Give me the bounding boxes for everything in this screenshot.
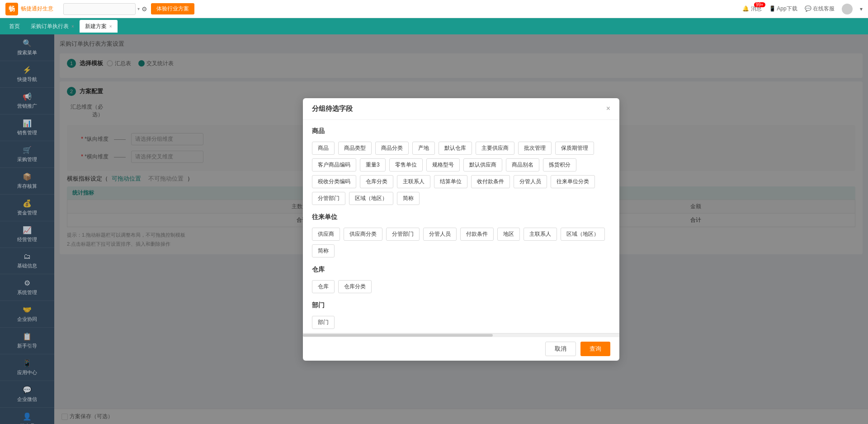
field-group-department: 部门 部门 bbox=[312, 301, 610, 329]
field-tag[interactable]: 地区 bbox=[497, 228, 520, 241]
field-tag[interactable]: 商品别名 bbox=[506, 158, 539, 172]
sidebar-item-guide-label: 新手引导 bbox=[17, 343, 37, 349]
field-tag[interactable]: 规格型号 bbox=[426, 158, 460, 172]
field-tag[interactable]: 产地 bbox=[412, 142, 435, 155]
field-tag[interactable]: 默认供应商 bbox=[463, 158, 502, 172]
field-tag[interactable]: 结算单位 bbox=[434, 175, 467, 188]
field-tag[interactable]: 保质期管理 bbox=[555, 142, 594, 155]
field-tag[interactable]: 区域（地区） bbox=[349, 192, 393, 205]
sidebar-item-system[interactable]: ⚙ 系统管理 bbox=[0, 274, 54, 301]
field-tag[interactable]: 零售单位 bbox=[389, 158, 423, 172]
field-group-partner-title: 往来单位 bbox=[312, 213, 610, 223]
app-label: App下载 bbox=[777, 5, 797, 12]
sidebar-item-inventory-label: 库存核算 bbox=[17, 183, 37, 190]
sidebar-item-sales[interactable]: 📊 销售管理 bbox=[0, 114, 54, 141]
field-tag[interactable]: 主要供应商 bbox=[476, 142, 514, 155]
sidebar-item-operation[interactable]: 📈 经营管理 bbox=[0, 221, 54, 248]
message-wrap[interactable]: 🔔 99+ 消息 bbox=[742, 5, 761, 13]
field-tag[interactable]: 默认仓库 bbox=[439, 142, 472, 155]
tab-purchase-label: 采购订单执行表 bbox=[31, 23, 69, 30]
field-group-warehouse: 仓库 仓库仓库分类 bbox=[312, 266, 610, 293]
modal: 分组待选字段 × 商品 商品商品类型商品分类产地默认仓库主要供应商批次管理保质期… bbox=[303, 98, 619, 361]
search-icon: 🔍 bbox=[23, 39, 32, 48]
department-tags: 部门 bbox=[312, 316, 610, 329]
confirm-button[interactable]: 查询 bbox=[580, 342, 610, 356]
modal-close-button[interactable]: × bbox=[606, 105, 610, 113]
field-tag[interactable]: 收付款条件 bbox=[471, 175, 510, 188]
sidebar: 🔍 搜索菜单 ⚡ 快捷导航 📢 营销推广 📊 销售管理 🛒 采购管理 📦 库存核… bbox=[0, 34, 54, 424]
field-tag[interactable]: 部门 bbox=[312, 316, 335, 329]
field-tag[interactable]: 仓库分类 bbox=[338, 280, 372, 293]
field-group-warehouse-title: 仓库 bbox=[312, 266, 610, 276]
field-tag[interactable]: 商品 bbox=[312, 142, 335, 155]
sidebar-item-guide[interactable]: 📋 新手引导 bbox=[0, 328, 54, 354]
field-tag[interactable]: 分管人员 bbox=[423, 228, 457, 241]
field-tag[interactable]: 主联系人 bbox=[524, 228, 557, 241]
guide-icon: 📋 bbox=[23, 332, 32, 341]
sidebar-item-search[interactable]: 🔍 搜索菜单 bbox=[0, 34, 54, 61]
field-tag[interactable]: 分管部门 bbox=[386, 228, 420, 241]
sidebar-item-marketing[interactable]: 📢 营销推广 bbox=[0, 88, 54, 114]
field-tag[interactable]: 供应商分类 bbox=[344, 228, 382, 241]
sidebar-item-finance[interactable]: 💰 资金管理 bbox=[0, 195, 54, 221]
tab-new-label: 新建方案 bbox=[85, 23, 107, 30]
trial-button[interactable]: 体验行业方案 bbox=[151, 3, 194, 14]
app-download[interactable]: 📱 App下载 bbox=[769, 5, 797, 13]
field-tag[interactable]: 简称 bbox=[397, 192, 420, 205]
sidebar-item-collab[interactable]: 🤝 企业协同 bbox=[0, 301, 54, 328]
field-tag[interactable]: 往来单位分类 bbox=[551, 175, 595, 188]
sidebar-item-base[interactable]: 🗂 基础信息 bbox=[0, 248, 54, 274]
sidebar-item-quick[interactable]: ⚡ 快捷导航 bbox=[0, 61, 54, 88]
service-label: 在线客服 bbox=[813, 5, 835, 12]
tab-new-close[interactable]: × bbox=[109, 24, 112, 29]
tab-purchase-close[interactable]: × bbox=[71, 24, 74, 29]
field-tag[interactable]: 简称 bbox=[312, 244, 335, 257]
field-tag[interactable]: 主联系人 bbox=[397, 175, 430, 188]
sales-icon: 📊 bbox=[23, 119, 32, 128]
field-tag[interactable]: 商品类型 bbox=[338, 142, 372, 155]
online-service[interactable]: 💬 在线客服 bbox=[805, 5, 835, 13]
field-tag[interactable]: 仓库分类 bbox=[360, 175, 393, 188]
collab-icon: 🤝 bbox=[23, 305, 32, 314]
sidebar-item-wechat[interactable]: 💬 企业微信 bbox=[0, 381, 54, 408]
appcenter-icon: 📱 bbox=[23, 359, 32, 367]
field-tag[interactable]: 批次管理 bbox=[518, 142, 552, 155]
finance-icon: 💰 bbox=[23, 199, 32, 208]
service-icon: 💬 bbox=[805, 5, 811, 12]
tab-purchase[interactable]: 采购订单执行表 × bbox=[25, 20, 80, 33]
logo-icon: 畅 bbox=[5, 3, 18, 15]
field-tag[interactable]: 商品分类 bbox=[375, 142, 409, 155]
field-tag[interactable]: 仓库 bbox=[312, 280, 335, 293]
avatar[interactable] bbox=[842, 4, 853, 14]
field-tag[interactable]: 税收分类编码 bbox=[312, 175, 356, 188]
sidebar-item-inventory[interactable]: 📦 库存核算 bbox=[0, 168, 54, 195]
sidebar-item-collab-label: 企业协同 bbox=[17, 316, 37, 323]
field-tag[interactable]: 客户商品编码 bbox=[312, 158, 356, 172]
marketing-icon: 📢 bbox=[23, 92, 32, 101]
field-tag[interactable]: 供应商 bbox=[312, 228, 340, 241]
top-bar: 畅 畅捷通好生意 ▾ ⚙ 体验行业方案 🔔 99+ 消息 📱 App下载 💬 在… bbox=[0, 0, 868, 18]
cancel-button[interactable]: 取消 bbox=[545, 342, 576, 356]
field-tag[interactable]: 区域（地区） bbox=[561, 228, 605, 241]
sidebar-item-appcenter[interactable]: 📱 应用中心 bbox=[0, 354, 54, 381]
sidebar-item-member[interactable]: 👤 畅会员 bbox=[0, 408, 54, 424]
gear-icon[interactable]: ⚙ bbox=[142, 5, 147, 13]
field-tag[interactable]: 拣货积分 bbox=[543, 158, 576, 172]
field-tag[interactable]: 分管人员 bbox=[514, 175, 547, 188]
sidebar-item-system-label: 系统管理 bbox=[17, 289, 37, 296]
wechat-icon: 💬 bbox=[23, 386, 32, 394]
modal-title: 分组待选字段 bbox=[312, 105, 353, 113]
modal-overlay: 分组待选字段 × 商品 商品商品类型商品分类产地默认仓库主要供应商批次管理保质期… bbox=[54, 34, 868, 424]
field-tag[interactable]: 分管部门 bbox=[312, 192, 345, 205]
modal-scroll-bar[interactable] bbox=[303, 333, 619, 337]
field-tag[interactable]: 付款条件 bbox=[460, 228, 494, 241]
tab-home[interactable]: 首页 bbox=[4, 20, 25, 33]
sidebar-item-purchase[interactable]: 🛒 采购管理 bbox=[0, 141, 54, 168]
top-bar-right: 🔔 99+ 消息 📱 App下载 💬 在线客服 ▾ bbox=[742, 4, 863, 14]
top-bar-search: ▾ ⚙ bbox=[63, 3, 147, 15]
inventory-icon: 📦 bbox=[23, 172, 32, 181]
search-input[interactable] bbox=[63, 3, 136, 15]
field-tag[interactable]: 重量3 bbox=[360, 158, 386, 172]
tab-new[interactable]: 新建方案 × bbox=[80, 20, 118, 33]
content-area: 采购订单执行表方案设置 1 选择模板 汇总表 交叉统计表 bbox=[54, 34, 868, 424]
